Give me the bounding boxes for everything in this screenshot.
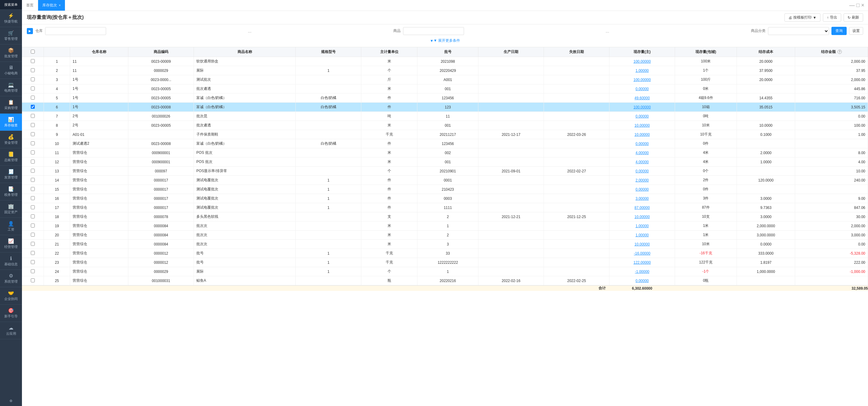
col-name-header[interactable]: 商品名称 [194, 47, 296, 57]
table-row[interactable]: 24 营营综仓 0000029 展际 1 个 1 -1.00000 -1个 1,… [22, 267, 868, 276]
row-checkbox[interactable] [31, 224, 35, 228]
row-checkbox[interactable] [31, 68, 35, 72]
row-qty-main[interactable]: 100.00000 [610, 103, 675, 112]
row-qty-main[interactable]: 122.00000 [610, 258, 675, 267]
sidebar-logo[interactable]: 搜索菜单 [0, 0, 22, 10]
row-checkbox[interactable] [31, 251, 35, 255]
warehouse-dots[interactable]: ... [108, 29, 391, 34]
row-checkbox-cell[interactable] [22, 258, 44, 267]
row-qty-main[interactable]: -16.00000 [610, 249, 675, 258]
row-checkbox-cell[interactable] [22, 167, 44, 176]
row-checkbox[interactable] [31, 59, 35, 63]
filter-expand-btn[interactable]: ▼ ▼ 展开更多条件 [27, 37, 863, 44]
row-qty-main[interactable]: 87.00000 [610, 203, 675, 212]
refresh-button[interactable]: ↻ 刷新 [844, 13, 863, 22]
row-qty-main[interactable]: 1.00000 [610, 66, 675, 75]
filter-collapse-btn[interactable]: ▶ [27, 28, 33, 34]
table-row[interactable]: 22 营营综仓 0000012 批号 1 千克 33 -16.00000 -16… [22, 249, 868, 258]
row-checkbox-cell[interactable] [22, 148, 44, 158]
row-checkbox-cell[interactable] [22, 103, 44, 112]
table-row[interactable]: 9 A01-01 子件保质期鞋 千克 20211217 2021-12-17 2… [22, 130, 868, 139]
row-checkbox-cell[interactable] [22, 139, 44, 148]
row-checkbox-cell[interactable] [22, 194, 44, 203]
col-unit-header[interactable]: 主计量单位 [361, 47, 417, 57]
row-checkbox[interactable] [31, 214, 35, 218]
sidebar-item-basic[interactable]: ℹ 基础信息 [0, 252, 22, 270]
row-qty-main[interactable]: -1.00000 [610, 267, 675, 276]
row-checkbox-cell[interactable] [22, 84, 44, 94]
row-checkbox-cell[interactable] [22, 121, 44, 130]
sidebar-item-collab[interactable]: 🤝 企业协同 [0, 287, 22, 305]
tab-close-btn[interactable]: × [59, 4, 61, 7]
table-row[interactable]: 25 营营综仓 001000031 鲸鱼A 瓶 20220216 2022-02… [22, 276, 868, 286]
row-checkbox-cell[interactable] [22, 75, 44, 84]
row-checkbox-cell[interactable] [22, 66, 44, 75]
row-qty-main[interactable]: 10.00000 [610, 121, 675, 130]
row-checkbox[interactable] [31, 169, 35, 173]
sidebar-item-invoice[interactable]: 🧾 发票管理 [0, 166, 22, 183]
sidebar-item-retail[interactable]: 🛒 零售管理 [0, 27, 22, 44]
table-row[interactable]: 5 1号 0023-00005 富诚（白色/奶橘） 白色/奶橘 件 123456… [22, 94, 868, 103]
row-checkbox-cell[interactable] [22, 212, 44, 222]
table-row[interactable]: 11 营营综仓 000900001 POS 批次 米 002 4.00000 4… [22, 148, 868, 158]
row-checkbox[interactable] [31, 178, 35, 182]
row-qty-main[interactable]: 0.00000 [610, 112, 675, 121]
row-checkbox[interactable] [31, 132, 35, 136]
sidebar-item-cloud[interactable]: ☁ 云应用 [0, 322, 22, 339]
sidebar-item-biz[interactable]: 📈 经营管理 [0, 235, 22, 252]
row-checkbox[interactable] [31, 77, 35, 81]
row-checkbox-cell[interactable] [22, 249, 44, 258]
col-sku-header[interactable]: 商品编码 [128, 47, 194, 57]
row-checkbox[interactable] [31, 196, 35, 200]
print-button[interactable]: 🖨 按模板打印 ▼ [784, 13, 820, 22]
row-checkbox-cell[interactable] [22, 57, 44, 66]
row-qty-main[interactable]: 49.60000 [610, 94, 675, 103]
row-checkbox-cell[interactable] [22, 94, 44, 103]
table-row[interactable]: 12 营营综仓 000900001 POS 批次 米 001 4.00000 4… [22, 158, 868, 167]
row-checkbox[interactable] [31, 96, 35, 100]
home-tab[interactable]: 首页 [22, 0, 38, 11]
row-checkbox[interactable] [31, 278, 35, 282]
sidebar-settings[interactable]: ⚙ [0, 396, 22, 406]
row-qty-main[interactable]: 0.00000 [610, 139, 675, 148]
row-checkbox[interactable] [31, 87, 35, 91]
row-qty-main[interactable]: 4.00000 [610, 148, 675, 158]
row-qty-main[interactable]: 10.00000 [610, 130, 675, 139]
table-row[interactable]: 6 1号 0023-00008 富诚（白色/奶橘） 白色/奶橘 件 123 10… [22, 103, 868, 112]
sidebar-item-wholesale[interactable]: 📦 批发管理 [0, 44, 22, 62]
table-row[interactable]: 15 营营综仓 0000017 测试电覆批次 1 件 210423 0.0000… [22, 185, 868, 194]
table-row[interactable]: 3 1号 0023-0000... 测试批次 斤 A001 100.00000 … [22, 75, 868, 84]
table-row[interactable]: 7 2号 001000026 批次昆 吨 11 0.00000 0吨 0.00 [22, 112, 868, 121]
sidebar-item-ecom[interactable]: 💻 电商管理 [0, 79, 22, 96]
col-spec-header[interactable]: 规格型号 [296, 47, 361, 57]
row-qty-main[interactable]: 2.00000 [610, 176, 675, 185]
sidebar-item-system[interactable]: ⚙ 系统管理 [0, 270, 22, 287]
row-checkbox[interactable] [31, 269, 35, 273]
row-qty-main[interactable]: 10.00000 [610, 240, 675, 249]
goods-dots[interactable]: ... [466, 29, 749, 34]
row-qty-main[interactable]: 3.00000 [610, 194, 675, 203]
row-checkbox-cell[interactable] [22, 276, 44, 286]
value-hint-icon[interactable]: ? [838, 49, 842, 54]
col-qty-header[interactable]: 现存量(主) [610, 47, 675, 57]
row-checkbox[interactable] [31, 114, 35, 118]
col-expire-header[interactable]: 失效日期 [544, 47, 610, 57]
row-checkbox-cell[interactable] [22, 231, 44, 240]
sidebar-item-purchase[interactable]: 📋 采购管理 [0, 96, 22, 113]
row-qty-main[interactable]: 1.00000 [610, 231, 675, 240]
row-qty-main[interactable]: 100.00000 [610, 57, 675, 66]
row-checkbox[interactable] [31, 187, 35, 191]
row-checkbox-cell[interactable] [22, 267, 44, 276]
row-qty-main[interactable]: 10.00000 [610, 212, 675, 222]
category-select[interactable] [768, 27, 829, 35]
table-row[interactable]: 4 1号 0023-00005 批次遴透 米 001 0.00000 0米 44… [22, 84, 868, 94]
table-row[interactable]: 14 营营综仓 0000017 测试电覆批次 1 件 0001 2.00000 … [22, 176, 868, 185]
sidebar-item-tax[interactable]: 📑 税务管理 [0, 183, 22, 200]
search-button[interactable]: 查询 [831, 27, 847, 35]
row-checkbox-cell[interactable] [22, 203, 44, 212]
row-qty-main[interactable]: 0.00000 [610, 167, 675, 176]
table-row[interactable]: 17 营营综仓 0000017 测试电覆批次 1 件 1111 87.00000… [22, 203, 868, 212]
col-qty2-header[interactable]: 现存量(包辅) [675, 47, 737, 57]
table-row[interactable]: 23 营营综仓 0000012 批号 1 千克 1222222222 122.0… [22, 258, 868, 267]
row-checkbox[interactable] [31, 123, 35, 127]
